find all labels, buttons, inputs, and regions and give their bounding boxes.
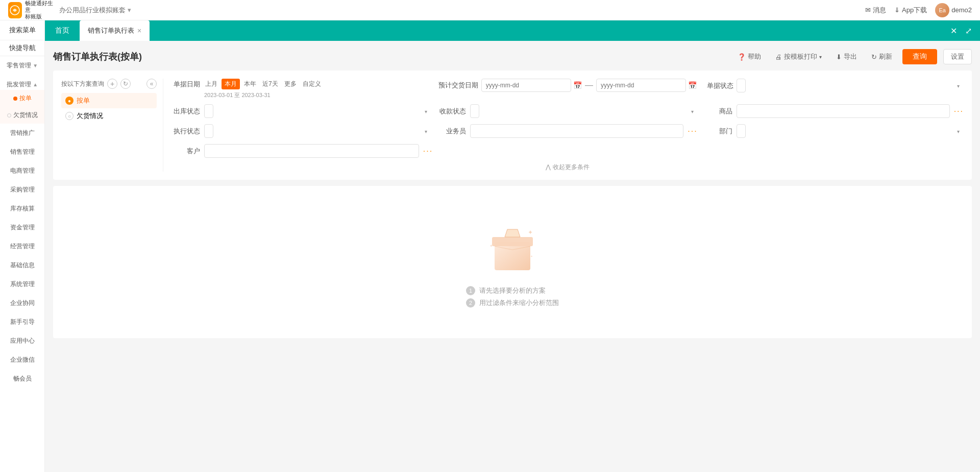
sidebar-search[interactable]: 搜索菜单 — [0, 20, 44, 40]
exec-status-label: 执行状态 — [172, 127, 200, 136]
goods-more-icon[interactable]: ··· — [954, 107, 964, 116]
date-field-group: 单据日期 上月 本月 本年 近7天 更多 自定义 — [172, 79, 430, 99]
chevron-down-icon: ▾ — [691, 108, 694, 114]
dept-field: 部门 ▾ — [704, 124, 964, 138]
tab-bar-right: ✕ ⤢ — [942, 24, 980, 38]
export-button[interactable]: ⬇ 导出 — [832, 50, 861, 63]
tab-close-button[interactable]: × — [137, 27, 141, 34]
customer-more-icon[interactable]: ··· — [423, 147, 433, 156]
date-tab-more[interactable]: 更多 — [282, 79, 299, 89]
date-tab-custom[interactable]: 自定义 — [301, 79, 323, 89]
page-content: 销售订单执行表(按单) ❓ 帮助 🖨 按模板打印 ▾ ⬇ 导出 — [45, 41, 980, 472]
sidebar-item-wholesale[interactable]: 批发管理 ▲ — [0, 75, 44, 90]
salesperson-label: 业务员 — [437, 127, 466, 136]
expected-date-start-input[interactable] — [481, 79, 571, 92]
sidebar-item-wechat[interactable]: 企业微信 — [0, 350, 44, 369]
refresh-scheme-button[interactable]: ↻ — [120, 79, 131, 89]
settings-button[interactable]: 设置 — [943, 49, 972, 64]
sidebar-item-finance[interactable]: 资金管理 — [0, 218, 44, 237]
tab-close-window-button[interactable]: ✕ — [948, 24, 959, 38]
sidebar-sub-arrears[interactable]: 欠货情况 — [0, 107, 44, 124]
empty-illustration: ✦ ✦ ✦ — [482, 217, 543, 278]
goods-input[interactable] — [737, 104, 950, 118]
exec-status-select[interactable] — [204, 124, 213, 138]
payment-status-select[interactable] — [470, 104, 479, 118]
page-header: 销售订单执行表(按单) ❓ 帮助 🖨 按模板打印 ▾ ⬇ 导出 — [53, 49, 972, 64]
filter-row-3: 执行状态 ▾ 业务员 — [172, 124, 964, 138]
collapse-button[interactable]: ⋀ 收起更多条件 — [546, 163, 590, 172]
goods-label: 商品 — [704, 107, 732, 116]
refresh-button[interactable]: ↻ 刷新 — [867, 50, 896, 63]
svg-rect-2 — [492, 237, 533, 246]
sidebar-item-apps[interactable]: 应用中心 — [0, 332, 44, 350]
salesperson-field: 业务员 ··· — [437, 124, 697, 138]
exec-status-wrap: ▾ — [204, 124, 431, 138]
salesperson-input[interactable] — [470, 124, 683, 138]
delivery-status-select[interactable] — [204, 104, 213, 118]
empty-hint-2: 2 用过滤条件来缩小分析范围 — [466, 298, 559, 308]
sidebar-quick-nav[interactable]: 快捷导航 — [0, 40, 44, 56]
message-icon: ✉ — [865, 6, 871, 14]
avatar: Ea — [935, 3, 949, 17]
delivery-status-wrap: ▾ — [204, 104, 431, 118]
scheme-press-order[interactable]: ● 按单 — [61, 93, 157, 108]
add-scheme-button[interactable]: + — [107, 79, 117, 89]
collapse-scheme-button[interactable]: « — [146, 79, 157, 89]
query-button[interactable]: 查询 — [902, 49, 937, 64]
sidebar-item-purchase[interactable]: 采购管理 — [0, 180, 44, 199]
app-download-button[interactable]: ⇓ App下载 — [894, 6, 927, 15]
date-tab-this-month[interactable]: 本月 — [222, 79, 240, 89]
sidebar-sub-press-order[interactable]: 按单 — [0, 90, 44, 107]
chevron-down-icon: ▾ — [819, 54, 822, 60]
chevron-down-icon: ▼ — [33, 63, 38, 68]
help-icon: ❓ — [738, 53, 746, 61]
doc-status-group: 单据状态 ▾ — [705, 79, 964, 92]
chevron-up-icon: ▲ — [33, 82, 38, 87]
filter-scheme-header: 按以下方案查询 + ↻ « — [61, 79, 157, 89]
date-range-hint: 2023-03-01 至 2023-03-31 — [172, 91, 430, 99]
sidebar-item-operations[interactable]: 经营管理 — [0, 237, 44, 256]
sidebar-item-enterprise[interactable]: 企业协同 — [0, 294, 44, 313]
calendar-start-icon[interactable]: 📅 — [573, 81, 582, 89]
svg-rect-1 — [495, 242, 530, 270]
sidebar-item-member[interactable]: 畅会员 — [0, 369, 44, 388]
sidebar-item-marketing[interactable]: 营销推广 — [0, 124, 44, 143]
customer-input[interactable] — [204, 144, 419, 158]
print-button[interactable]: 🖨 按模板打印 ▾ — [771, 50, 826, 63]
print-icon: 🖨 — [775, 53, 782, 61]
svg-text:✦: ✦ — [528, 229, 533, 236]
filter-row-4: 客户 ··· — [172, 144, 964, 158]
doc-status-select[interactable] — [737, 79, 746, 92]
dept-label: 部门 — [704, 127, 732, 136]
sidebar-item-newbie[interactable]: 新手引导 — [0, 313, 44, 332]
scheme-arrears[interactable]: ○ 欠货情况 — [61, 108, 157, 124]
sidebar-item-system[interactable]: 系统管理 — [0, 275, 44, 294]
help-button[interactable]: ❓ 帮助 — [733, 50, 765, 63]
salesperson-more-icon[interactable]: ··· — [688, 127, 697, 136]
messages-button[interactable]: ✉ 消息 — [865, 6, 886, 15]
user-menu[interactable]: Ea demo2 — [935, 3, 972, 17]
date-tab-this-year[interactable]: 本年 — [242, 79, 258, 89]
dept-wrap: ▾ — [737, 124, 964, 138]
date-tab-last-month[interactable]: 上月 — [203, 79, 219, 89]
content-area: 首页 销售订单执行表 × ✕ ⤢ 销售订单执行表(按单) ❓ 帮助 — [45, 20, 980, 472]
tab-home[interactable]: 首页 — [45, 20, 80, 41]
sidebar-item-basic[interactable]: 基础信息 — [0, 256, 44, 275]
payment-status-wrap: ▾ — [470, 104, 697, 118]
sidebar-item-sales[interactable]: 销售管理 — [0, 143, 44, 161]
sidebar-item-ecommerce[interactable]: 电商管理 — [0, 161, 44, 180]
doc-status-select-wrap: ▾ — [737, 79, 964, 92]
date-tab-last-7[interactable]: 近7天 — [260, 79, 280, 89]
dept-select[interactable] — [737, 124, 746, 138]
tab-maximize-button[interactable]: ⤢ — [963, 24, 974, 38]
delivery-status-field: 出库状态 ▾ — [172, 104, 431, 118]
tab-sales-order[interactable]: 销售订单执行表 × — [80, 20, 150, 41]
chevron-down-icon: ▾ — [425, 128, 427, 134]
calendar-end-icon[interactable]: 📅 — [688, 81, 697, 89]
customer-label: 客户 — [172, 147, 200, 156]
filter-scheme-panel: 按以下方案查询 + ↻ « ● 按单 ○ 欠货情况 — [61, 79, 163, 172]
empty-hints: 1 请先选择要分析的方案 2 用过滤条件来缩小分析范围 — [466, 286, 559, 308]
expected-date-end-input[interactable] — [596, 79, 686, 92]
sidebar-item-inventory[interactable]: 库存核算 — [0, 199, 44, 218]
sidebar-item-retail[interactable]: 零售管理 ▼ — [0, 56, 44, 75]
